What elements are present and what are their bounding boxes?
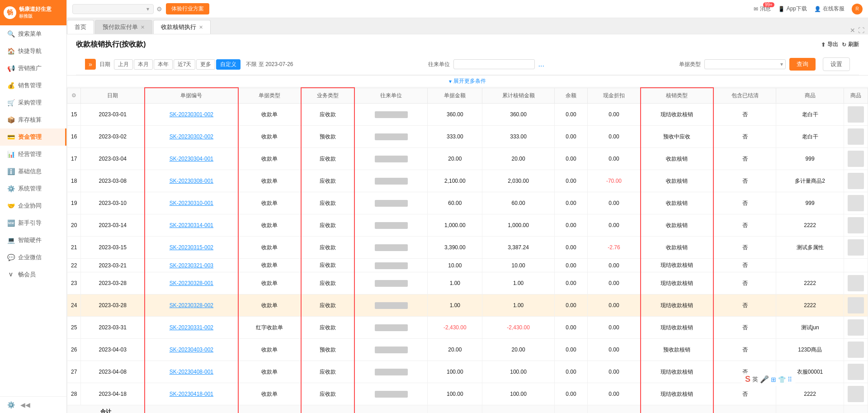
tab-collection[interactable]: 收款核销执行 ✕ [153,20,211,34]
cell-amount: 100.00 [428,383,482,405]
bill-no-link[interactable]: SK-20230331-002 [170,324,213,331]
cell-include-settled: 否 [713,170,776,192]
th-bill-type: 单据类型 [238,88,302,104]
total-balance [554,405,587,413]
app-download-button[interactable]: 📱 App下载 [778,5,807,13]
user-avatar[interactable]: R [852,4,863,14]
cell-counterpart: ████████ [354,170,427,192]
expand-conditions-button[interactable]: ▾ 展开更多条件 [449,77,486,85]
tabs-bar: 首页 预付款应付单 ✕ 收款核销执行 ✕ ✕ ⛶ [67,18,868,34]
bill-no-link[interactable]: SK-20230408-001 [170,369,213,375]
settings-button[interactable]: 设置 [823,57,850,71]
tab-prepay[interactable]: 预付款应付单 ✕ [95,20,152,34]
sidebar-item-vip[interactable]: V 畅会员 [0,266,66,283]
table-row: 24 2023-03-28 SK-20230328-002 收款单 应收款 ██… [67,294,868,317]
cell-no: 18 [67,170,81,192]
filter-toggle-button[interactable]: » [85,59,96,70]
cell-verify-type: 现结收款核销 [641,383,713,405]
tab-prepay-close-icon[interactable]: ✕ [141,24,145,30]
tab-close-window-icon[interactable]: ✕ [850,27,855,34]
bill-no-link[interactable]: SK-20230321-003 [170,262,213,269]
bill-no-link[interactable]: SK-20230403-002 [170,347,213,353]
collapse-icon[interactable]: ◀◀ [20,401,30,408]
export-button[interactable]: ⬆ 导出 [821,41,838,48]
last-7days-btn[interactable]: 近7天 [174,59,196,70]
query-button[interactable]: 查询 [789,58,816,71]
bill-no-link[interactable]: SK-20230308-001 [170,178,213,184]
refresh-label: 刷新 [848,41,859,48]
cell-verify-amount: 20.00 [482,339,554,361]
counterpart-dots[interactable]: ... [538,60,544,68]
content-area: 收款核销执行(按收款) ⬆ 导出 ↻ 刷新 » 日期 上月 [67,34,868,413]
bill-no-link[interactable]: SK-20230310-001 [170,200,213,206]
bill-no-link[interactable]: SK-20230314-001 [170,222,213,228]
sidebar-item-finance[interactable]: 💳 资金管理 [0,128,66,146]
sidebar-item-wechat[interactable]: 💬 企业微信 [0,249,66,266]
counterpart-input[interactable] [453,59,535,69]
vip-icon: V [7,272,14,277]
online-support-button[interactable]: 👤 在线客服 [814,5,844,13]
sidebar-item-purchase[interactable]: 🛒 采购管理 [0,94,66,111]
tab-home[interactable]: 首页 [67,20,94,34]
sidebar-item-operations[interactable]: 📊 经营管理 [0,146,66,163]
sidebar-item-guide[interactable]: 🆕 新手引导 [0,214,66,232]
sidebar-item-marketing[interactable]: 📢 营销推广 [0,60,66,77]
filter-bar: » 日期 上月 本月 本年 近7天 更多 自定义 不限 至 2023-07-26… [76,54,859,75]
tab-collection-close-icon[interactable]: ✕ [199,24,203,30]
sidebar-item-search[interactable]: 🔍 搜索菜单 [0,25,66,43]
sidebar-item-hardware[interactable]: 💻 智能硬件 [0,232,66,249]
bill-no-link[interactable]: SK-20230304-001 [170,156,213,162]
sidebar-item-sales[interactable]: 💰 销售管理 [0,77,66,94]
bill-no-link[interactable]: SK-20230315-002 [170,244,213,251]
last-month-btn[interactable]: 上月 [114,59,133,70]
sidebar-label-hardware: 智能硬件 [18,236,42,244]
watermark-grid-icon: ⊞ [771,376,776,383]
cell-balance: 0.00 [554,148,587,170]
cell-balance: 0.00 [554,192,587,214]
custom-date-btn[interactable]: 自定义 [216,59,241,70]
sidebar-item-enterprise[interactable]: 🤝 企业协同 [0,197,66,214]
watermark-mic-icon: 🎤 [760,375,769,384]
cell-amount: 2,100.00 [428,170,482,192]
sidebar-item-quicknav[interactable]: 🏠 快捷导航 [0,43,66,60]
industry-solution-button[interactable]: 体验行业方案 [166,3,209,14]
total-product [776,405,844,413]
this-month-btn[interactable]: 本月 [134,59,153,70]
bill-no-link[interactable]: SK-20230302-002 [170,133,213,140]
bill-no-link[interactable]: SK-20230328-002 [170,302,213,309]
settings-footer-icon[interactable]: ⚙️ [7,401,15,408]
cell-date: 2023-03-14 [81,214,145,237]
this-year-btn[interactable]: 本年 [154,59,173,70]
cell-verify-type: 收款核销 [641,170,713,192]
cell-amount: 1,000.00 [428,214,482,237]
topbar-search-input[interactable] [72,4,154,14]
table-row: 16 2023-03-02 SK-20230302-002 收款单 预收款 ██… [67,126,868,148]
more-date-btn[interactable]: 更多 [196,59,215,70]
cell-amount: 360.00 [428,104,482,126]
voucher-type-input[interactable] [704,59,786,69]
sidebar-item-basic[interactable]: ℹ️ 基础信息 [0,163,66,180]
cell-bill-type: 收款单 [238,294,302,317]
tab-maximize-icon[interactable]: ⛶ [858,27,864,34]
cell-product: 123D商品 [776,339,844,361]
refresh-button[interactable]: ↻ 刷新 [842,41,859,48]
topbar-dropdown-icon: ▾ [146,6,149,12]
purchase-icon: 🛒 [7,99,14,106]
sidebar-item-system[interactable]: ⚙️ 系统管理 [0,180,66,197]
messages-button[interactable]: ✉ 消息 99+ [754,5,771,13]
sidebar-label-sales: 销售管理 [18,81,42,90]
topbar-gear-icon[interactable]: ⚙ [156,5,162,13]
cell-balance: 0.00 [554,317,587,339]
cell-product2 [844,272,868,294]
cell-date: 2023-04-08 [81,361,145,383]
bill-no-link[interactable]: SK-20230301-002 [170,111,213,118]
cell-product2 [844,259,868,272]
cell-balance: 0.00 [554,214,587,237]
sidebar-label-marketing: 营销推广 [18,64,42,72]
bill-no-link[interactable]: SK-20230328-001 [170,280,213,286]
bill-no-link[interactable]: SK-20230418-001 [170,391,213,397]
sidebar-label-vip: 畅会员 [18,271,36,279]
sidebar-item-inventory[interactable]: 📦 库存核算 [0,111,66,128]
cell-include-settled: 否 [713,317,776,339]
col-settings[interactable]: ⚙ [67,88,81,104]
